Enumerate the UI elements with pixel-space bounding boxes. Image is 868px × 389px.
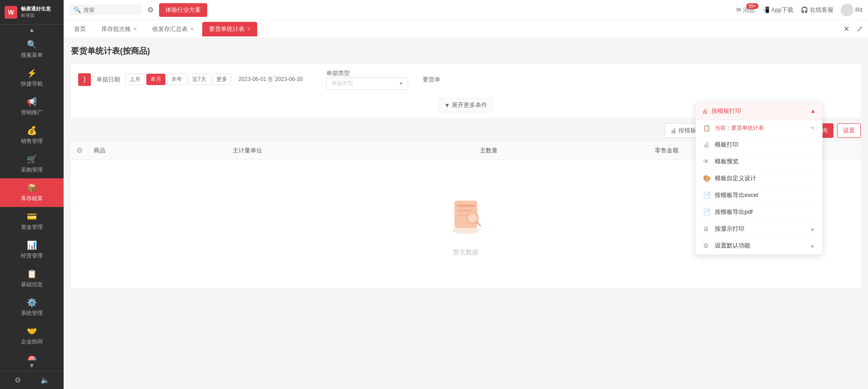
sidebar-item-system[interactable]: ⚙️ 系统管理 bbox=[0, 293, 64, 322]
trial-button[interactable]: 体验行业方案 bbox=[159, 3, 207, 17]
dropdown-item-template-design[interactable]: 🎨 模板自定义设计 bbox=[696, 170, 822, 187]
tab-home[interactable]: 首页 bbox=[67, 22, 93, 36]
type-select[interactable]: 单据类型 ▼ bbox=[326, 77, 408, 90]
message-icon: ✉ bbox=[736, 6, 741, 13]
download-icon: 📲 bbox=[762, 6, 769, 13]
dropdown-collapse-button[interactable]: ▲ bbox=[810, 108, 816, 114]
column-settings-icon[interactable]: ⚙ bbox=[76, 147, 83, 154]
sidebar-item-inventory[interactable]: 📦 库存核算 bbox=[0, 178, 64, 207]
date-btn-more[interactable]: 更多 bbox=[212, 74, 231, 85]
type-select-value: 单据类型 bbox=[331, 80, 353, 87]
audio-button[interactable]: 🔈 bbox=[40, 376, 50, 384]
main-area: 🔍 ⚙ 体验行业方案 ✉ 消息 99+ 📲 App下载 🎧 在线客服 Rit bbox=[64, 0, 868, 389]
tab-receivable[interactable]: 收发存汇总表 × bbox=[145, 22, 200, 36]
headset-icon: 🎧 bbox=[801, 6, 808, 13]
table-col-quantity: 主数量 bbox=[474, 141, 649, 160]
sales-icon: 💰 bbox=[27, 126, 37, 136]
tab-controls: ✕ ⤢ bbox=[842, 23, 864, 35]
close-window-button[interactable]: ✕ bbox=[842, 23, 851, 35]
print-item-icon: 🖨 bbox=[703, 141, 710, 148]
sidebar-scroll-down[interactable]: ▼ bbox=[0, 360, 64, 371]
design-item-icon: 🎨 bbox=[703, 175, 710, 182]
sidebar-item-operations[interactable]: 📊 经营管理 bbox=[0, 236, 64, 264]
dropdown-header-controls: ▲ bbox=[810, 108, 816, 114]
close-tab-requisition[interactable]: × bbox=[247, 26, 250, 32]
sidebar-item-enterprise[interactable]: 🤝 企业协同 bbox=[0, 322, 64, 350]
logo-icon: W bbox=[5, 6, 17, 19]
preview-item-icon: 👁 bbox=[703, 158, 710, 165]
date-btn-7days[interactable]: 近7天 bbox=[188, 74, 210, 85]
avatar-image bbox=[841, 4, 853, 16]
date-buttons: 上月 本月 本年 近7天 更多 bbox=[125, 74, 231, 85]
filter-expand-icon[interactable]: ⟩ bbox=[78, 73, 91, 86]
purchase-icon: 🛒 bbox=[27, 154, 37, 164]
search-icon: 🔍 bbox=[74, 6, 81, 13]
settings-button[interactable]: 设置 bbox=[837, 123, 861, 138]
table-col-settings: ⚙ bbox=[71, 141, 88, 160]
tab-requisition[interactable]: 要货单统计表 × bbox=[202, 22, 257, 36]
tab-bar: 首页 库存批次账 × 收发存汇总表 × 要货单统计表 × ✕ ⤢ bbox=[64, 20, 868, 38]
expand-more-button[interactable]: ▼ 展开更多条件 bbox=[439, 98, 494, 112]
sidebar-item-shortcut[interactable]: ⚡ 快捷导航 bbox=[0, 64, 64, 92]
finance-icon: 💳 bbox=[27, 212, 37, 222]
enterprise-icon: 🤝 bbox=[27, 326, 37, 336]
dropdown-current-item[interactable]: 📋 当前：要货单统计表 ▼ bbox=[696, 120, 822, 136]
page-title: 要货单统计表(按商品) bbox=[71, 45, 861, 56]
shortcut-icon: ⚡ bbox=[27, 68, 37, 78]
topbar-right: ✉ 消息 99+ 📲 App下载 🎧 在线客服 Rit bbox=[736, 4, 863, 16]
empty-icon bbox=[443, 192, 489, 243]
tab-batch[interactable]: 库存批次账 × bbox=[95, 22, 144, 36]
app-name: 畅康通好生意 标准版 bbox=[21, 5, 51, 19]
search-input[interactable] bbox=[84, 7, 129, 13]
type-filter: 单据类型 单据类型 ▼ bbox=[326, 69, 408, 90]
sidebar-nav: 🔍 搜索菜单 ⚡ 快捷导航 📢 营销推广 💰 销售管理 🛒 采购管理 📦 库存核… bbox=[0, 35, 64, 360]
sidebar-item-newguide[interactable]: 🎯 新手引导 bbox=[0, 350, 64, 360]
app-download-button[interactable]: 📲 App下载 bbox=[762, 6, 793, 14]
printer-header-icon: 🖨 bbox=[702, 108, 708, 115]
expand-window-button[interactable]: ⤢ bbox=[855, 23, 864, 35]
table-col-unit: 主计量单位 bbox=[227, 141, 474, 160]
sidebar-item-search[interactable]: 🔍 搜索菜单 bbox=[0, 35, 64, 64]
operations-icon: 📊 bbox=[27, 240, 37, 250]
sidebar-scroll-up[interactable]: ▲ bbox=[0, 25, 64, 35]
sidebar-item-basic[interactable]: 📋 基础信息 bbox=[0, 264, 64, 293]
sidebar-item-sales[interactable]: 💰 销售管理 bbox=[0, 121, 64, 150]
date-btn-current-month[interactable]: 本月 bbox=[146, 74, 165, 85]
user-avatar[interactable]: Rit bbox=[841, 4, 863, 16]
sidebar-footer: ⚙ 🔈 bbox=[0, 371, 64, 389]
online-service-button[interactable]: 🎧 在线客服 bbox=[801, 6, 833, 14]
messages-button[interactable]: ✉ 消息 99+ bbox=[736, 6, 755, 14]
svg-rect-3 bbox=[457, 210, 471, 212]
newguide-icon: 🎯 bbox=[27, 355, 37, 360]
date-btn-last-month[interactable]: 上月 bbox=[125, 74, 145, 85]
svg-point-6 bbox=[468, 213, 477, 222]
chevron-down-icon: ▼ bbox=[810, 126, 815, 131]
close-tab-receivable[interactable]: × bbox=[190, 26, 194, 32]
default-func-icon: ⚙ bbox=[703, 242, 710, 249]
sidebar-item-finance[interactable]: 💳 资金管理 bbox=[0, 207, 64, 236]
sidebar: W 畅康通好生意 标准版 ▲ 🔍 搜索菜单 ⚡ 快捷导航 📢 营销推广 💰 销售… bbox=[0, 0, 64, 389]
chevron-right-icon2: ▶ bbox=[811, 243, 815, 248]
current-template-icon: 📋 bbox=[703, 125, 710, 131]
settings-button[interactable]: ⚙ bbox=[15, 376, 21, 384]
sidebar-item-purchase[interactable]: 🛒 采购管理 bbox=[0, 150, 64, 178]
close-tab-batch[interactable]: × bbox=[134, 26, 137, 32]
requisition-filter: 要货单 bbox=[423, 76, 440, 84]
svg-line-7 bbox=[477, 222, 480, 226]
table-col-product: 商品 bbox=[88, 141, 227, 160]
dropdown-item-template-pdf[interactable]: 📄 按模板导出pdf bbox=[696, 204, 822, 221]
date-btn-current-year[interactable]: 本年 bbox=[167, 74, 186, 85]
dropdown-item-display-print[interactable]: 🖥 按显示打印 ▶ bbox=[696, 221, 822, 237]
dropdown-item-template-excel[interactable]: 📄 按模板导出excel bbox=[696, 187, 822, 204]
svg-rect-2 bbox=[457, 204, 475, 207]
expand-down-icon: ▼ bbox=[444, 102, 450, 109]
dropdown-item-default-func[interactable]: ⚙ 设置默认功能 ▶ bbox=[696, 237, 822, 254]
sidebar-item-marketing[interactable]: 📢 营销推广 bbox=[0, 92, 64, 121]
gear-icon[interactable]: ⚙ bbox=[147, 5, 154, 14]
dropdown-item-template-preview[interactable]: 👁 模板预览 bbox=[696, 153, 822, 170]
display-print-icon: 🖥 bbox=[703, 225, 710, 232]
empty-text: 暂无数据 bbox=[453, 248, 479, 257]
search-icon: 🔍 bbox=[27, 40, 37, 50]
dropdown-item-template-print[interactable]: 🖨 模板打印 bbox=[696, 136, 822, 153]
filter-row-1: ⟩ 单据日期 上月 本月 本年 近7天 更多 2023-06-01 至 2023… bbox=[78, 69, 853, 90]
